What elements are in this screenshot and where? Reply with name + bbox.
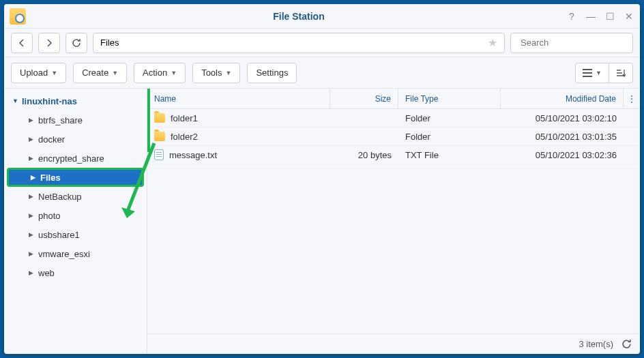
table-row[interactable]: folder1 Folder 05/10/2021 03:02:10 — [147, 109, 640, 128]
caret-right-icon: ▶ — [29, 250, 34, 257]
maximize-button[interactable]: ☐ — [604, 11, 615, 22]
tools-button[interactable]: Tools▼ — [192, 63, 240, 83]
search-box — [510, 33, 633, 53]
folder-icon — [154, 132, 165, 141]
column-size[interactable]: Size — [330, 89, 398, 108]
caret-down-icon: ▼ — [12, 98, 18, 104]
favorite-icon[interactable]: ★ — [488, 36, 497, 49]
action-toolbar: Upload▼ Create▼ Action▼ Tools▼ Settings … — [4, 57, 640, 89]
window-title: File Station — [31, 11, 566, 22]
caret-right-icon: ▶ — [29, 155, 34, 162]
view-mode-group: ▼ — [575, 63, 633, 83]
close-button[interactable]: ✕ — [624, 11, 634, 22]
refresh-icon — [621, 339, 632, 349]
tree-item-netbackup[interactable]: ▶NetBackup — [4, 187, 147, 206]
table-header: Name Size File Type Modified Date ⋮ — [147, 89, 640, 109]
table-body: folder1 Folder 05/10/2021 03:02:10 folde… — [147, 109, 640, 333]
caret-down-icon: ▼ — [226, 70, 232, 76]
caret-right-icon: ▶ — [29, 269, 34, 276]
list-view-button[interactable]: ▼ — [575, 63, 609, 83]
folder-icon — [154, 113, 165, 123]
tree-item-files[interactable]: ▶Files — [7, 168, 144, 187]
table-row[interactable]: message.txt 20 bytes TXT File 05/10/2021… — [147, 146, 640, 164]
refresh-icon — [72, 38, 81, 48]
tree-item-docker[interactable]: ▶docker — [4, 130, 147, 149]
tree-item-vmware-esxi[interactable]: ▶vmware_esxi — [4, 244, 147, 263]
statusbar: 3 item(s) — [147, 333, 640, 354]
file-list-panel: Name Size File Type Modified Date ⋮ fold… — [147, 89, 640, 354]
column-date[interactable]: Modified Date — [501, 89, 624, 108]
table-row[interactable]: folder2 Folder 05/10/2021 03:01:35 — [147, 128, 640, 146]
caret-down-icon: ▼ — [112, 70, 118, 76]
upload-button[interactable]: Upload▼ — [11, 63, 66, 83]
sidebar: ▼ linuxhint-nas ▶btrfs_share ▶docker ▶en… — [4, 89, 147, 354]
body: ▼ linuxhint-nas ▶btrfs_share ▶docker ▶en… — [4, 89, 640, 354]
settings-button[interactable]: Settings — [247, 63, 297, 83]
caret-right-icon: ▶ — [29, 117, 34, 123]
file-station-window: File Station ? — ☐ ✕ ★ Upload▼ Create▼ A… — [4, 4, 640, 354]
forward-button[interactable] — [38, 33, 60, 53]
tree-item-web[interactable]: ▶web — [4, 263, 147, 282]
back-button[interactable] — [11, 33, 33, 53]
caret-right-icon: ▶ — [29, 193, 34, 200]
caret-right-icon: ▶ — [29, 136, 34, 143]
tree-root[interactable]: ▼ linuxhint-nas — [4, 91, 147, 110]
help-button[interactable]: ? — [566, 11, 577, 22]
minimize-button[interactable]: — — [585, 11, 596, 22]
sort-icon — [616, 69, 626, 77]
tree-root-label: linuxhint-nas — [22, 96, 77, 106]
file-icon — [154, 149, 164, 160]
column-name[interactable]: Name — [147, 89, 330, 108]
sort-button[interactable] — [609, 63, 633, 83]
tree-item-btrfs-share[interactable]: ▶btrfs_share — [4, 110, 147, 130]
app-icon — [10, 8, 26, 25]
tree-item-photo[interactable]: ▶photo — [4, 206, 147, 225]
annotation-bar — [147, 89, 150, 152]
search-input[interactable] — [521, 38, 635, 48]
chevron-left-icon — [19, 39, 25, 47]
navigation-toolbar: ★ — [4, 29, 640, 57]
caret-down-icon: ▼ — [51, 70, 57, 76]
caret-down-icon: ▼ — [596, 70, 602, 76]
item-count: 3 item(s) — [579, 339, 613, 349]
column-type[interactable]: File Type — [398, 89, 501, 108]
refresh-button-status[interactable] — [621, 339, 632, 349]
action-button[interactable]: Action▼ — [134, 63, 186, 83]
chevron-right-icon — [46, 39, 52, 47]
create-button[interactable]: Create▼ — [73, 63, 127, 83]
refresh-button[interactable] — [65, 33, 87, 53]
path-input-container: ★ — [93, 33, 505, 53]
tree-item-usbshare1[interactable]: ▶usbshare1 — [4, 225, 147, 244]
column-more-icon[interactable]: ⋮ — [624, 89, 640, 108]
window-controls: ? — ☐ ✕ — [566, 11, 634, 22]
titlebar: File Station ? — ☐ ✕ — [4, 4, 640, 29]
list-icon — [583, 69, 592, 77]
caret-down-icon: ▼ — [171, 70, 177, 76]
caret-right-icon: ▶ — [31, 174, 36, 181]
tree-item-encrypted-share[interactable]: ▶encrypted_share — [4, 149, 147, 168]
caret-right-icon: ▶ — [29, 212, 34, 219]
caret-right-icon: ▶ — [29, 231, 34, 238]
path-input[interactable] — [100, 38, 488, 48]
